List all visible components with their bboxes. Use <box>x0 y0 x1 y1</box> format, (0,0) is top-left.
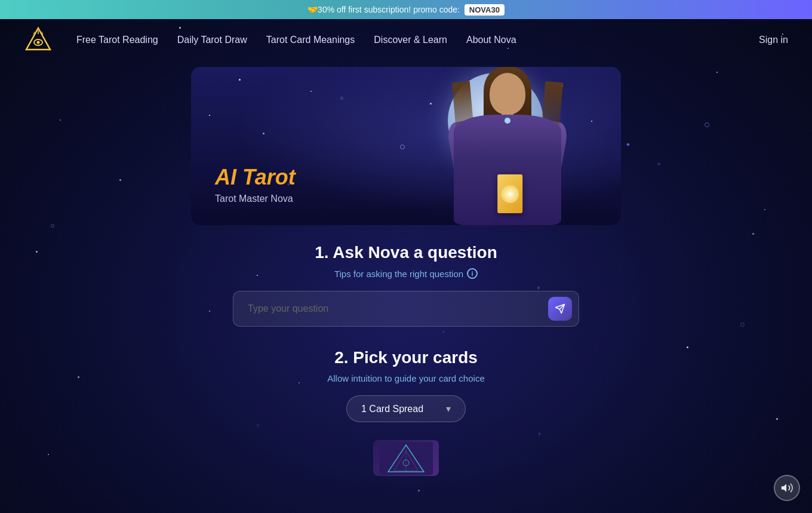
sound-toggle-button[interactable] <box>774 475 800 501</box>
step2-title: 2. Pick your cards <box>24 348 788 367</box>
hero-text-block: AI Tarot Tarot Master Nova <box>215 165 296 204</box>
step2-hint: Allow intuition to guide your card choic… <box>24 373 788 383</box>
svg-marker-12 <box>782 484 786 492</box>
question-input-wrapper <box>233 291 579 327</box>
step1-hint-text: Tips for asking the right question <box>334 269 463 279</box>
tarot-card-preview[interactable] <box>373 440 439 476</box>
step2-section: 2. Pick your cards Allow intuition to gu… <box>24 348 788 422</box>
logo[interactable] <box>24 26 53 54</box>
step1-title: 1. Ask Nova a question <box>24 243 788 262</box>
step1-section: 1. Ask Nova a question Tips for asking t… <box>24 243 788 279</box>
promo-text: 🤝30% off first subscription! promo code: <box>307 5 460 14</box>
nav-daily-tarot-draw[interactable]: Daily Tarot Draw <box>177 35 247 45</box>
svg-point-2 <box>37 41 40 44</box>
hero-subtitle: Tarot Master Nova <box>215 193 296 204</box>
promo-bar: 🤝30% off first subscription! promo code:… <box>0 0 812 19</box>
sign-in-button[interactable]: Sign in <box>759 35 788 45</box>
nav-about-nova[interactable]: About Nova <box>466 35 516 45</box>
card-spread-label: 1 Card Spread <box>361 404 423 414</box>
promo-code: NOVA30 <box>465 4 505 16</box>
navbar: Free Tarot Reading Daily Tarot Draw Taro… <box>0 19 812 61</box>
info-icon[interactable]: i <box>467 268 478 279</box>
nav-discover-learn[interactable]: Discover & Learn <box>374 35 447 45</box>
chevron-down-icon: ▾ <box>446 403 451 414</box>
hero-title: AI Tarot <box>215 165 296 190</box>
step1-hint: Tips for asking the right question i <box>24 268 788 279</box>
question-input[interactable] <box>233 291 579 327</box>
tarot-card-inner <box>373 440 439 476</box>
main-content: 1. Ask Nova a question Tips for asking t… <box>0 231 812 500</box>
hero-container: + + ☀ <box>191 67 621 225</box>
card-spread-select[interactable]: 1 Card Spread ▾ <box>346 395 466 422</box>
nav-tarot-card-meanings[interactable]: Tarot Card Meanings <box>266 35 355 45</box>
hero-figure: ☀ <box>442 70 573 225</box>
nav-free-tarot-reading[interactable]: Free Tarot Reading <box>76 35 158 45</box>
nav-links: Free Tarot Reading Daily Tarot Draw Taro… <box>76 35 759 45</box>
send-button[interactable] <box>548 297 572 321</box>
